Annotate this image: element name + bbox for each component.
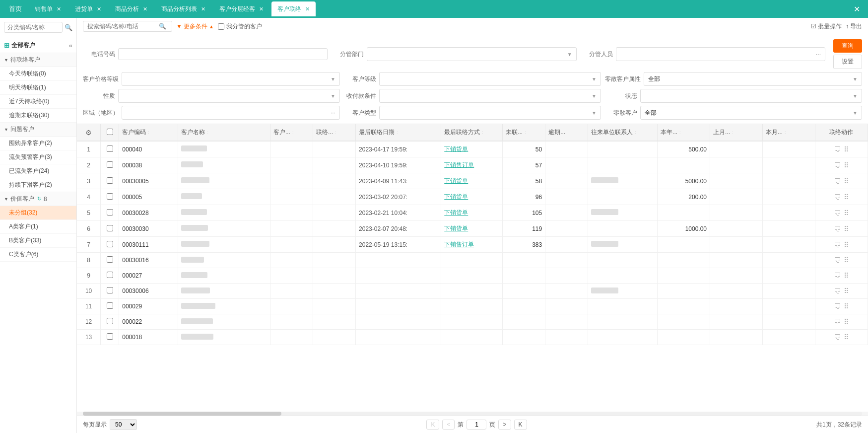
row-checkbox[interactable] xyxy=(107,287,113,293)
sidebar-item-ungroup[interactable]: 未分组(32) xyxy=(0,206,76,220)
first-page-button[interactable]: K xyxy=(426,420,439,430)
row-checkbox-cell[interactable] xyxy=(101,141,119,157)
close-customer-contact-tab[interactable]: ✕ xyxy=(305,6,310,12)
contact-phone-icon[interactable]: 🗨 xyxy=(834,209,841,217)
sidebar-item-today-pending[interactable]: 今天待联络(0) xyxy=(0,67,76,81)
page-input[interactable] xyxy=(467,420,486,430)
tab-customer-contact[interactable]: 客户联络 ✕ xyxy=(271,1,316,16)
close-sales-tab[interactable]: ✕ xyxy=(57,6,61,12)
row-checkbox-cell[interactable] xyxy=(101,173,119,189)
th-contact[interactable]: 联络...: xyxy=(313,124,355,141)
row-checkbox[interactable] xyxy=(107,161,113,168)
sidebar-item-class-b[interactable]: B类客户(33) xyxy=(0,234,76,248)
my-customers-filter[interactable]: 我分管的客户 xyxy=(218,22,262,31)
search-input[interactable] xyxy=(87,23,157,30)
th-overdue[interactable]: 逾期...: xyxy=(545,124,588,141)
contact-phone-icon[interactable]: 🗨 xyxy=(834,256,841,264)
payment-select[interactable]: ▼ xyxy=(379,89,601,103)
batch-operation-button[interactable]: ☑ 批量操作 xyxy=(811,22,842,31)
more-actions-icon[interactable]: ⠿ xyxy=(844,177,849,185)
row-checkbox-cell[interactable] xyxy=(101,268,119,284)
last-way-link[interactable]: 下销售订单 xyxy=(444,241,474,248)
horizontal-scrollbar[interactable] xyxy=(83,412,862,416)
more-actions-icon[interactable]: ⠿ xyxy=(844,272,849,280)
more-actions-icon[interactable]: ⠿ xyxy=(844,287,849,295)
row-checkbox[interactable] xyxy=(107,209,113,216)
more-conditions-button[interactable]: ▼ 更多条件 ▲ xyxy=(176,22,214,31)
more-actions-icon[interactable]: ⠿ xyxy=(844,145,849,153)
th-this-month[interactable]: 本月...: xyxy=(762,124,815,141)
sidebar-collapse-icon[interactable]: « xyxy=(69,42,72,49)
select-all-checkbox[interactable] xyxy=(107,129,113,135)
sidebar-item-class-a[interactable]: A类客户(1) xyxy=(0,220,76,234)
pricelevel-select[interactable]: ▼ xyxy=(122,72,340,86)
tab-product-analysis-list[interactable]: 商品分析列表 ✕ xyxy=(155,1,211,16)
customertype-select[interactable]: ▼ xyxy=(379,106,601,120)
close-purchase-tab[interactable]: ✕ xyxy=(97,6,101,12)
page-size-select[interactable]: 50 100 200 xyxy=(110,419,137,430)
contact-phone-icon[interactable]: 🗨 xyxy=(834,193,841,201)
close-product-analysis-tab[interactable]: ✕ xyxy=(143,6,147,12)
row-checkbox[interactable] xyxy=(107,272,113,278)
prev-page-button[interactable]: < xyxy=(442,420,455,430)
th-last-contact-way[interactable]: 最后联络方式: xyxy=(441,124,503,141)
next-page-button[interactable]: > xyxy=(498,420,511,430)
row-checkbox[interactable] xyxy=(107,225,113,231)
my-customers-checkbox[interactable] xyxy=(218,23,224,30)
sidebar-item-class-c[interactable]: C类客户(6) xyxy=(0,248,76,262)
sidebar-item-tomorrow-pending[interactable]: 明天待联络(1) xyxy=(0,81,76,95)
row-checkbox-cell[interactable] xyxy=(101,314,119,330)
customerlevel-select[interactable]: ▼ xyxy=(379,72,601,86)
more-actions-icon[interactable]: ⠿ xyxy=(844,318,849,326)
more-actions-icon[interactable]: ⠿ xyxy=(844,302,849,310)
sidebar-item-churn-warning[interactable]: 流失预警客户(3) xyxy=(0,150,76,164)
th-pending-days[interactable]: 未联...: xyxy=(503,124,545,141)
sidebar-item-declining[interactable]: 持续下滑客户(2) xyxy=(0,178,76,192)
sidebar-search-icon[interactable]: 🔍 xyxy=(65,24,72,31)
row-checkbox-cell[interactable] xyxy=(101,205,119,221)
more-actions-icon[interactable]: ⠿ xyxy=(844,241,849,249)
th-settings[interactable]: ⚙ xyxy=(77,124,101,141)
sidebar-item-overdue-contact[interactable]: 逾期未联络(30) xyxy=(0,109,76,123)
th-customer-code[interactable]: 客户编码: xyxy=(119,124,178,141)
more-actions-icon[interactable]: ⠿ xyxy=(844,225,849,233)
search-icon[interactable]: 🔍 xyxy=(159,23,166,30)
row-checkbox[interactable] xyxy=(107,318,113,324)
more-actions-icon[interactable]: ⠿ xyxy=(844,209,849,217)
last-way-link[interactable]: 下销售订单 xyxy=(444,161,474,168)
home-tab[interactable]: 首页 xyxy=(4,2,27,15)
retailcustomer-select[interactable]: 全部▼ xyxy=(640,106,862,120)
more-actions-icon[interactable]: ⠿ xyxy=(844,193,849,201)
contact-phone-icon[interactable]: 🗨 xyxy=(834,272,841,280)
row-checkbox[interactable] xyxy=(107,241,113,247)
staff-select[interactable]: ··· xyxy=(616,47,825,61)
th-last-contact-date[interactable]: 最后联络日期: xyxy=(356,124,441,141)
scrollbar-thumb[interactable] xyxy=(83,412,281,416)
row-checkbox-cell[interactable] xyxy=(101,253,119,268)
row-checkbox[interactable] xyxy=(107,177,113,184)
close-customer-tier-tab[interactable]: ✕ xyxy=(259,6,264,12)
category-search-input[interactable] xyxy=(4,22,63,33)
th-checkbox[interactable] xyxy=(101,124,119,141)
th-customer-name[interactable]: 客户名称: xyxy=(178,124,270,141)
window-close-button[interactable]: ✕ xyxy=(850,2,864,16)
contact-phone-icon[interactable]: 🗨 xyxy=(834,145,841,153)
tab-sales[interactable]: 销售单 ✕ xyxy=(29,1,67,16)
more-actions-icon[interactable]: ⠿ xyxy=(844,161,849,169)
contact-phone-icon[interactable]: 🗨 xyxy=(834,177,841,185)
sidebar-item-abnormal-purchase[interactable]: 囤购异常客户(2) xyxy=(0,137,76,150)
contact-phone-icon[interactable]: 🗨 xyxy=(834,241,841,249)
nature-select[interactable]: ▼ xyxy=(118,89,340,103)
contact-phone-icon[interactable]: 🗨 xyxy=(834,225,841,233)
last-way-link[interactable]: 下销货单 xyxy=(444,193,468,200)
th-last-month[interactable]: 上月...: xyxy=(710,124,763,141)
dept-select[interactable]: ▼ xyxy=(367,47,576,61)
more-actions-icon[interactable]: ⠿ xyxy=(844,333,849,341)
tab-purchase[interactable]: 进货单 ✕ xyxy=(69,1,107,16)
phone-input[interactable] xyxy=(118,48,328,60)
row-checkbox-cell[interactable] xyxy=(101,157,119,173)
last-page-button[interactable]: K xyxy=(514,420,527,430)
tab-product-analysis[interactable]: 商品分析 ✕ xyxy=(109,1,153,16)
row-checkbox[interactable] xyxy=(107,145,113,152)
last-way-link[interactable]: 下销货单 xyxy=(444,145,468,152)
